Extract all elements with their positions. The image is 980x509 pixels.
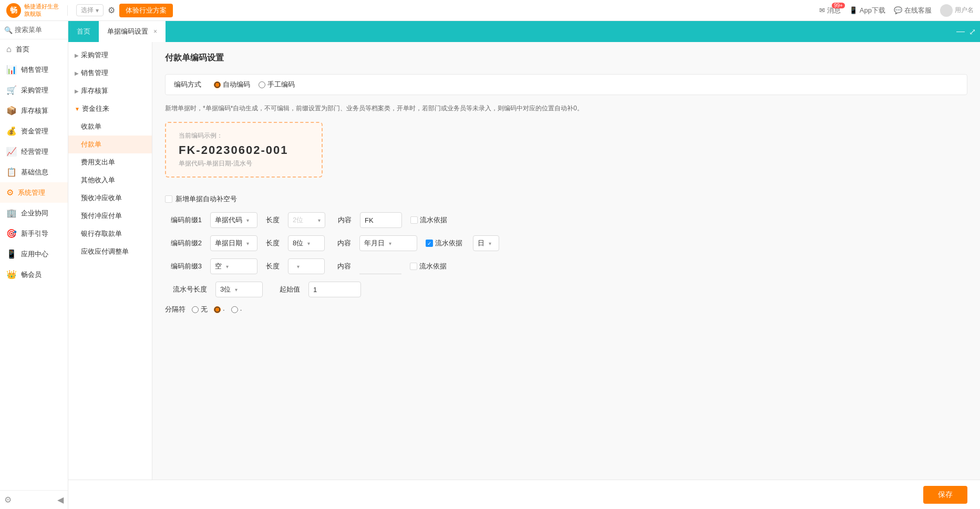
sidebar-item-purchase[interactable]: 🛒 采购管理	[0, 80, 68, 100]
preview-desc: 单据代码-单据日期-流水号	[179, 159, 309, 168]
settings-icon[interactable]: ⚙	[108, 5, 115, 15]
prefix3-select[interactable]: 空 ▾	[210, 258, 257, 274]
prefix2-label: 编码前缀2	[165, 238, 202, 248]
message-badge: 99+	[832, 3, 845, 8]
tab-code-settings[interactable]: 单据编码设置 ×	[99, 21, 166, 42]
top-bar: 畅 畅捷通好生意 旗舰版 选择 ▾ ⚙ 体验行业方案 ✉ 消息 99+ 📱 Ap…	[0, 0, 980, 21]
sidebar-bottom: ⚙ ◀	[0, 490, 68, 509]
sidebar-item-inventory[interactable]: 📦 库存核算	[0, 100, 68, 121]
content1-label: 内容	[338, 215, 352, 225]
tab-home[interactable]: 首页	[68, 21, 99, 42]
nav-item-advance-pay[interactable]: 预付冲应付单	[68, 207, 152, 225]
sidebar-item-sales[interactable]: 📊 销售管理	[0, 59, 68, 80]
sidebar-item-member[interactable]: 👑 畅会员	[0, 264, 68, 285]
separator-radio-group: 无 · ·	[192, 305, 242, 314]
company-select[interactable]: 选择 ▾	[76, 4, 104, 16]
start-value-label: 起始值	[280, 285, 300, 294]
coding-method-row: 编码方式 自动编码 手工编码	[165, 74, 967, 95]
length2-select[interactable]: 8位 ▾	[288, 235, 325, 251]
app-download-button[interactable]: 📱 App下载	[849, 6, 885, 15]
separator-none-radio[interactable]: 无	[192, 305, 208, 314]
brand-text: 畅捷通好生意 旗舰版	[24, 3, 59, 17]
length1-input	[293, 216, 314, 224]
form-row-3: 编码前缀3 空 ▾ 长度 ▾ 内容 流水依据	[165, 258, 967, 274]
content2-select[interactable]: 年月日 ▾	[359, 235, 417, 251]
nav-item-receipt[interactable]: 收款单	[68, 118, 152, 136]
code-preview-box: 当前编码示例： FK-20230602-001 单据代码-单据日期-流水号	[165, 122, 323, 178]
liushui2-unit-select[interactable]: 日 ▾	[473, 235, 499, 251]
info-text: 新增单据时，*单据编码*自动生成，不可编辑，前缀设置为部门、业务员等档案类，开单…	[165, 103, 967, 113]
nav-item-other-income[interactable]: 其他收入单	[68, 171, 152, 189]
tab-close-icon[interactable]: ×	[153, 28, 157, 35]
corp-icon: 🏢	[6, 208, 17, 218]
manual-code-radio[interactable]: 手工编码	[259, 80, 295, 89]
avatar-image	[940, 4, 953, 17]
nav-group-sales-title[interactable]: ▶ 销售管理	[68, 64, 152, 82]
start-value-input[interactable]	[308, 282, 361, 297]
ops-icon: 📈	[6, 147, 17, 157]
sidebar-item-system[interactable]: ⚙ 系统管理	[0, 182, 68, 203]
nav-group-inventory: ▶ 库存核算	[68, 82, 152, 100]
liushui2-checkbox[interactable]: 流水依据	[426, 238, 462, 248]
sidebar-item-funds[interactable]: 💰 资金管理	[0, 121, 68, 141]
sidebar-item-ops[interactable]: 📈 经营管理	[0, 141, 68, 162]
form-panel: 付款单编码设置 编码方式 自动编码 手工编码	[152, 42, 980, 480]
user-avatar[interactable]: 用户名	[940, 4, 974, 17]
system-icon: ⚙	[6, 188, 14, 198]
sidebar-item-guide[interactable]: 🎯 新手引导	[0, 223, 68, 244]
content1-input[interactable]	[360, 212, 402, 228]
content3-label: 内容	[337, 262, 351, 271]
tab-minimize-icon[interactable]: —	[956, 27, 965, 36]
online-service-button[interactable]: 💬 在线客服	[894, 6, 932, 15]
member-icon: 👑	[6, 269, 17, 279]
username-label: 用户名	[955, 6, 974, 15]
length2-label: 长度	[266, 238, 280, 248]
nav-item-bank-deposit[interactable]: 银行存取款单	[68, 225, 152, 243]
preview-label: 当前编码示例：	[179, 131, 309, 140]
nav-group-funds-title[interactable]: ▼ 资金往来	[68, 100, 152, 118]
top-bar-left: 畅 畅捷通好生意 旗舰版 选择 ▾ ⚙ 体验行业方案	[6, 3, 173, 18]
prefix1-select[interactable]: 单据代码 ▾	[210, 212, 257, 228]
nav-item-payment[interactable]: 付款单	[68, 136, 152, 153]
sidebar-collapse-icon[interactable]: ◀	[57, 495, 64, 505]
message-icon: ✉	[819, 6, 825, 14]
message-button[interactable]: ✉ 消息 99+	[819, 6, 841, 15]
content3-input[interactable]	[359, 258, 401, 274]
app-icon: 📱	[849, 6, 858, 14]
nav-item-advance-receipt[interactable]: 预收冲应收单	[68, 189, 152, 207]
form-row-1: 编码前缀1 单据代码 ▾ 长度 ▾ 内容 流水依据	[165, 212, 967, 228]
nav-group-purchase-title[interactable]: ▶ 采购管理	[68, 46, 152, 64]
tab-expand-icon[interactable]: ⤢	[969, 27, 976, 37]
funds-icon: 💰	[6, 126, 17, 136]
prefix3-label: 编码前缀3	[165, 262, 202, 271]
sidebar-item-basic[interactable]: 📋 基础信息	[0, 162, 68, 182]
apps-icon: 📱	[6, 249, 17, 259]
nav-item-ar-adjust[interactable]: 应收应付调整单	[68, 243, 152, 261]
prefix2-select[interactable]: 单据日期 ▾	[210, 235, 257, 251]
sidebar-item-apps[interactable]: 📱 应用中心	[0, 244, 68, 264]
nav-group-inventory-title[interactable]: ▶ 库存核算	[68, 82, 152, 100]
sidebar-item-home[interactable]: ⌂ 首页	[0, 39, 68, 59]
auto-fill-checkbox[interactable]	[165, 195, 172, 203]
sidebar-settings-icon[interactable]: ⚙	[4, 495, 12, 505]
save-button[interactable]: 保存	[923, 486, 967, 504]
liushui1-checkbox[interactable]: 流水依据	[410, 215, 447, 225]
nav-group-funds: ▼ 资金往来 收款单 付款单 费用支出单 其他收入单 预收冲应收单 预付冲应付单…	[68, 100, 152, 261]
sidebar-search[interactable]: 🔍 搜索菜单	[0, 21, 68, 39]
nav-group-sales: ▶ 销售管理	[68, 64, 152, 82]
nav-item-expense[interactable]: 费用支出单	[68, 153, 152, 171]
length3-select[interactable]: ▾	[288, 258, 325, 274]
trial-button[interactable]: 体验行业方案	[119, 4, 173, 17]
serial-length-select[interactable]: 3位 ▾	[215, 282, 263, 297]
page-content: ▶ 采购管理 ▶ 销售管理 ▶ 库存核算	[68, 42, 980, 480]
service-icon: 💬	[894, 6, 902, 14]
separator-dot-radio[interactable]: ·	[214, 306, 225, 314]
form-row-2: 编码前缀2 单据日期 ▾ 长度 8位 ▾ 内容 年月日 ▾	[165, 235, 967, 251]
liushui3-checkbox[interactable]: 流水依据	[410, 262, 447, 271]
auto-code-radio[interactable]: 自动编码	[214, 80, 250, 89]
separator-other-radio[interactable]: ·	[231, 306, 242, 314]
sidebar-item-corp[interactable]: 🏢 企业协同	[0, 203, 68, 223]
length1-select[interactable]: ▾	[288, 212, 325, 228]
left-nav: ▶ 采购管理 ▶ 销售管理 ▶ 库存核算	[68, 42, 152, 480]
content2-label: 内容	[337, 238, 351, 248]
